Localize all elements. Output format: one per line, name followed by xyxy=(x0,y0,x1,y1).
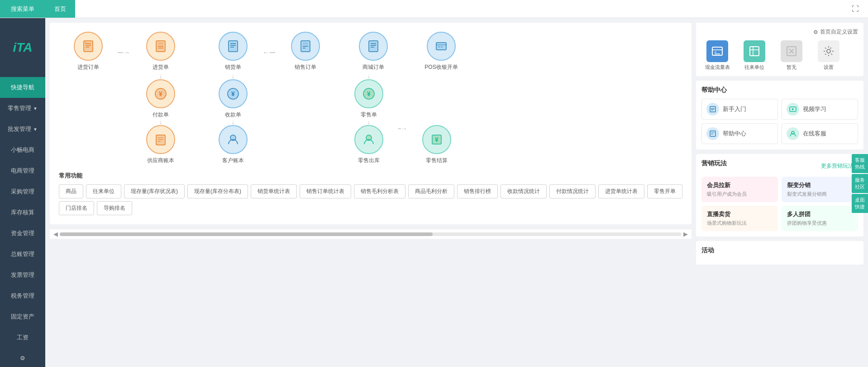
sidebar-settings-button[interactable]: ⚙ xyxy=(0,349,45,367)
qa-item-none[interactable]: 暂无 xyxy=(776,40,807,71)
marketing-item-group[interactable]: 多人拼团 拼团购物享受优惠 xyxy=(782,206,858,231)
svg-rect-20 xyxy=(438,46,440,48)
scroll-track[interactable] xyxy=(60,232,682,236)
qa-settings-button[interactable]: ⚙ 首页自定义设置 xyxy=(813,28,858,36)
sidebar-item-assets[interactable]: 固定资产 xyxy=(0,306,45,327)
down-arrow-payment: ↓ xyxy=(159,119,162,125)
arrow-retail-settle: → xyxy=(398,125,407,132)
marketing-card: 营销玩法 更多营销玩法 > 会员拉新 吸引用户成为会员 裂变分销 裂变式发展分销… xyxy=(696,154,863,237)
flow-label-sales: 销货单 xyxy=(225,63,241,71)
main-panel: 进货订单 → 进货单 xyxy=(45,18,696,367)
func-btn-receipt-stat[interactable]: 收款情况统计 xyxy=(501,184,547,198)
func-btn-goods-profit[interactable]: 商品毛利分析 xyxy=(408,184,454,198)
fullscreen-button[interactable]: ⛶ xyxy=(850,4,861,14)
help-item-video[interactable]: 视频学习 xyxy=(782,99,858,120)
down-arrow-mall: ↓ xyxy=(367,73,371,79)
sidebar-item-salary[interactable]: 工资 xyxy=(0,327,45,348)
help-icon-video xyxy=(787,103,799,116)
qa-item-units[interactable]: 往来单位 xyxy=(739,40,770,71)
down-arrow-sales: ↓ xyxy=(232,73,235,79)
flow-label-retail[interactable]: 零售单 xyxy=(361,111,377,119)
flow-label-supplier-book[interactable]: 供应商账本 xyxy=(147,157,174,164)
svg-rect-14 xyxy=(369,41,378,52)
qa-item-cashflow[interactable]: 现金流量表 xyxy=(701,40,733,71)
sidebar-item-retail[interactable]: 零售管理 ▼ xyxy=(0,98,45,119)
func-btn-units[interactable]: 往来单位 xyxy=(86,184,121,198)
marketing-item-fission[interactable]: 裂变分销 裂变式发展分销商 xyxy=(782,177,858,202)
marketing-item-live[interactable]: 直播卖货 场景式购物新玩法 xyxy=(701,206,778,231)
svg-rect-21 xyxy=(441,46,443,48)
svg-text:¥: ¥ xyxy=(159,90,162,97)
func-btn-sales-order-stat[interactable]: 销售订单统计表 xyxy=(300,184,351,198)
sidebar-item-inventory[interactable]: 库存核算 xyxy=(0,202,45,223)
qa-item-settings[interactable]: 设置 xyxy=(813,40,844,71)
func-btn-stock-status[interactable]: 现存量(库存状况表) xyxy=(124,184,185,198)
arrow-1-2: → xyxy=(118,48,131,57)
home-tab[interactable]: 首页 xyxy=(45,0,75,18)
func-btn-guide-rank[interactable]: 导购排名 xyxy=(97,201,132,215)
svg-text:¥: ¥ xyxy=(367,90,371,97)
flow-node-pos[interactable]: POS收银开单 xyxy=(412,32,471,71)
flow-label-receipt[interactable]: 收款单 xyxy=(225,111,241,119)
main-layout: iTA 快捷导航 零售管理 ▼ 批发管理 ▼ 小畅电商 电商管理 采购管理 库存… xyxy=(0,18,868,367)
help-item-helpcenter[interactable]: 帮助中心 xyxy=(701,123,778,144)
flow-label-pos: POS收银开单 xyxy=(424,63,458,71)
common-functions: 常用功能 商品 往来单位 现存量(库存状况表) 现存量(库存分布表) 销货单统计… xyxy=(59,172,682,215)
help-icon-beginner xyxy=(706,103,719,116)
flow-node-mall-order[interactable]: 商城订单 xyxy=(344,32,403,71)
func-btn-retail-order[interactable]: 零售开单 xyxy=(647,184,682,198)
func-btn-goods[interactable]: 商品 xyxy=(59,184,83,198)
marketing-header: 营销玩法 更多营销玩法 > xyxy=(701,159,858,172)
down-arrow-retail: ↓ xyxy=(367,119,371,125)
qa-header: ⚙ 首页自定义设置 xyxy=(701,28,858,36)
flow-label-retail-out[interactable]: 零售出库 xyxy=(358,157,380,164)
qa-icon-cashflow xyxy=(706,40,728,62)
func-btn-sales-rank[interactable]: 销售排行榜 xyxy=(457,184,498,198)
quick-access-card: ⚙ 首页自定义设置 现金流量表 往来单位 xyxy=(696,23,863,76)
flow-node-purchase[interactable]: 进货单 xyxy=(131,32,190,71)
func-btn-store-rank[interactable]: 门店排名 xyxy=(59,201,94,215)
activity-title: 活动 xyxy=(701,246,858,255)
sidebar-item-finance[interactable]: 资金管理 xyxy=(0,223,45,244)
chevron-down-icon: ▼ xyxy=(33,127,38,132)
func-buttons-grid: 商品 往来单位 现存量(库存状况表) 现存量(库存分布表) 销货单统计表 销售订… xyxy=(59,184,682,215)
flow-label-mall-order: 商城订单 xyxy=(362,63,384,71)
scroll-right-arrow[interactable]: ▶ xyxy=(683,231,688,237)
float-btn-service[interactable]: 客服热线 xyxy=(852,154,868,173)
flow-node-sales[interactable]: 销货单 xyxy=(204,32,262,71)
arrow-4-3: ← xyxy=(262,48,276,57)
func-btn-stock-dist[interactable]: 现存量(库存分布表) xyxy=(187,184,248,198)
sidebar-item-wholesale[interactable]: 批发管理 ▼ xyxy=(0,119,45,140)
flow-node-purchase-order[interactable]: 进货订单 xyxy=(59,32,118,71)
func-btn-sales-profit[interactable]: 销售毛利分析表 xyxy=(354,184,405,198)
flow-label-payment[interactable]: 付款单 xyxy=(153,111,169,119)
flow-label-retail-settle[interactable]: 零售结算 xyxy=(426,157,448,164)
down-arrow-receipt: ↓ xyxy=(232,119,235,125)
func-btn-payment-stat[interactable]: 付款情况统计 xyxy=(549,184,596,198)
help-item-service[interactable]: 在线客服 xyxy=(782,123,858,144)
scroll-left-arrow[interactable]: ◀ xyxy=(53,231,58,237)
sidebar-item-invoice[interactable]: 发票管理 xyxy=(0,265,45,285)
flow-label-purchase: 进货单 xyxy=(153,63,169,71)
svg-marker-52 xyxy=(792,108,794,111)
flow-label-purchase-order: 进货订单 xyxy=(77,63,99,71)
sidebar-item-ledger[interactable]: 总账管理 xyxy=(0,244,45,265)
flow-label-customer-book[interactable]: 客户账本 xyxy=(222,157,244,164)
sidebar-item-ecom-manage[interactable]: 电商管理 xyxy=(0,160,45,181)
help-item-beginner[interactable]: 新手入门 xyxy=(701,99,778,120)
flow-node-sales-order[interactable]: 销售订单 xyxy=(276,32,335,71)
top-right-area: ⛶ xyxy=(850,4,868,14)
float-btn-community[interactable]: 服务社区 xyxy=(852,174,868,193)
gear-icon-small: ⚙ xyxy=(813,29,818,35)
marketing-title: 营销玩法 xyxy=(701,159,727,168)
func-btn-purchase-stat[interactable]: 进货单统计表 xyxy=(598,184,644,198)
marketing-item-member[interactable]: 会员拉新 吸引用户成为会员 xyxy=(701,177,778,202)
sidebar-item-purchase[interactable]: 采购管理 xyxy=(0,181,45,202)
sidebar-item-quick-nav[interactable]: 快捷导航 xyxy=(0,77,45,98)
sidebar: iTA 快捷导航 零售管理 ▼ 批发管理 ▼ 小畅电商 电商管理 采购管理 库存… xyxy=(0,18,45,367)
sidebar-item-tax[interactable]: 税务管理 xyxy=(0,285,45,306)
sidebar-item-ecommerce[interactable]: 小畅电商 xyxy=(0,140,45,160)
search-menu-button[interactable]: 搜索菜单 xyxy=(0,0,45,18)
float-btn-desktop[interactable]: 桌面快捷 xyxy=(852,194,868,213)
func-btn-sales-stat[interactable]: 销货单统计表 xyxy=(251,184,297,198)
